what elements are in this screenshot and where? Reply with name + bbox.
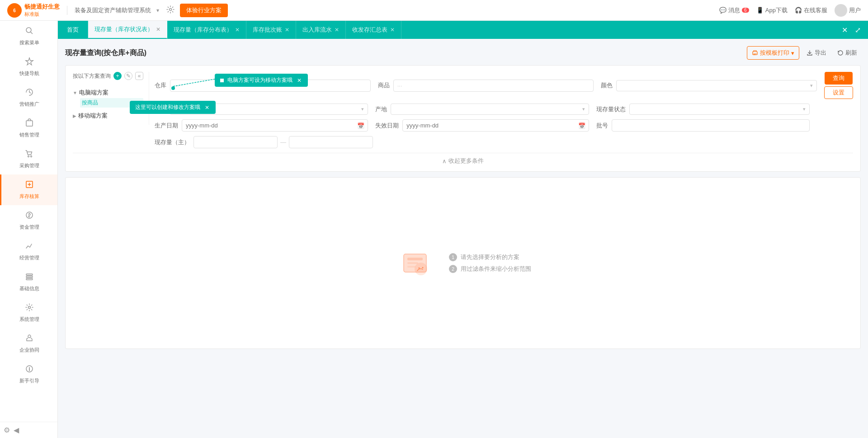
enterprise-icon: [25, 334, 34, 345]
filter-row-4: 现存量（主） —: [155, 136, 853, 148]
message-badge: 6: [742, 8, 749, 13]
user-area[interactable]: 用户: [835, 4, 861, 17]
sidebar-item-sales[interactable]: 销售管理: [0, 113, 57, 144]
tooltip-modify-text: 这里可以创建和修改方案哦: [135, 104, 200, 111]
tab-stock-inout[interactable]: 出入库流水 ✕: [296, 21, 346, 39]
system-dropdown-btn[interactable]: ▾: [155, 5, 161, 15]
goods-input[interactable]: ···: [393, 80, 594, 92]
search-btn[interactable]: 查询: [825, 72, 853, 85]
production-date-input-wrap: 📅: [182, 119, 368, 132]
sidebar-item-system[interactable]: 系统管理: [0, 297, 57, 328]
page-title: 现存量查询(按仓库+商品): [65, 48, 146, 58]
stock-icon: [25, 180, 34, 191]
refresh-btn[interactable]: 刷新: [834, 47, 861, 59]
tooltip-modify: 这里可以创建和修改方案哦 ✕: [130, 101, 216, 114]
expiry-date-icon[interactable]: 📅: [578, 122, 585, 129]
collapse-more-btn[interactable]: ∧ 收起更多条件: [73, 153, 853, 165]
top-bar-right: 💬 消息 6 📱 App下载 🎧 在线客服 用户: [719, 4, 861, 17]
filter-production-date: 生产日期 📅: [155, 119, 368, 132]
scheme-desktop-arrow: ▼: [73, 90, 77, 95]
tab-close-stock-batch[interactable]: ✕: [285, 27, 289, 33]
expiry-date-label: 失效日期: [375, 122, 399, 130]
sidebar-item-label: 快捷导航: [19, 70, 39, 77]
sidebar-item-marketing[interactable]: 营销推广: [0, 82, 57, 113]
message-btn[interactable]: 💬 消息 6: [719, 6, 749, 14]
sidebar-item-search[interactable]: 搜索菜单: [0, 21, 57, 52]
origin-select[interactable]: ▾: [391, 104, 589, 115]
sidebar-item-finance[interactable]: 资金管理: [0, 205, 57, 236]
online-support-btn[interactable]: 🎧 在线客服: [795, 6, 827, 14]
sidebar-item-guide[interactable]: 新手引导: [0, 359, 57, 390]
close-all-tabs-btn[interactable]: ✕: [840, 24, 849, 36]
tab-bar-end: ✕ ⤢: [840, 24, 868, 36]
sidebar-item-stock[interactable]: 库存核算: [0, 174, 57, 205]
scheme-desktop[interactable]: ▼ 电脑端方案: [73, 87, 143, 98]
svg-rect-10: [26, 276, 33, 278]
origin-label: 产地: [375, 105, 387, 113]
tip-text-1: 请先选择要分析的方案: [461, 253, 519, 261]
sidebar-item-quick[interactable]: 快捷导航: [0, 52, 57, 82]
stock-main-max[interactable]: [289, 136, 373, 148]
sidebar-settings-btn[interactable]: ⚙: [4, 426, 10, 434]
tooltip-template-text: 电脑方案可设为移动方案哦: [227, 76, 292, 84]
filter-label: 按以下方案查询: [73, 72, 111, 80]
svg-point-22: [419, 268, 420, 269]
quick-icon: [25, 57, 34, 68]
empty-tip-1: 1 请先选择要分析的方案: [449, 253, 531, 261]
tab-stock-status[interactable]: 现存量（库存状况表） ✕: [88, 21, 167, 39]
reset-btn[interactable]: 设置: [824, 86, 853, 99]
scheme-mobile-label: 移动端方案: [78, 112, 108, 120]
maximize-btn[interactable]: ⤢: [853, 24, 863, 36]
color-select[interactable]: ▾: [616, 80, 817, 91]
svg-point-2: [170, 8, 172, 10]
filter-color: 颜色 ▾: [601, 80, 817, 91]
settings-btn[interactable]: [165, 4, 176, 17]
tooltip-modify-close[interactable]: ✕: [204, 104, 210, 111]
main-layout: 搜索菜单 快捷导航 营销推广 销售管理: [0, 21, 868, 438]
template-print-btn[interactable]: 按模板打印 ▾: [747, 46, 799, 60]
back-scheme-btn[interactable]: «: [135, 72, 143, 80]
warehouse-label: 仓库: [155, 81, 166, 89]
stock-status-select[interactable]: ▾: [629, 104, 810, 115]
tooltip-template-close[interactable]: ✕: [296, 77, 302, 84]
tab-home[interactable]: 首页: [58, 21, 88, 39]
batch-no-input[interactable]: [612, 119, 810, 132]
user-label: 用户: [849, 6, 861, 14]
production-date-label: 生产日期: [155, 122, 178, 130]
tab-close-stock-dist[interactable]: ✕: [235, 27, 240, 33]
sidebar-item-basic[interactable]: 基础信息: [0, 267, 57, 297]
top-bar-left: 6 畅捷通好生意 标准版 装备及固定资产辅助管理系统 ▾ 体验行业方案: [7, 3, 228, 18]
export-btn[interactable]: 导出: [803, 47, 830, 59]
tab-close-stock-summary[interactable]: ✕: [390, 27, 395, 33]
production-date-input[interactable]: [182, 119, 368, 132]
tab-stock-batch[interactable]: 库存批次账 ✕: [246, 21, 296, 39]
empty-state: 1 请先选择要分析的方案 2 用过滤条件来缩小分析范围: [65, 177, 861, 349]
trial-btn[interactable]: 体验行业方案: [180, 4, 228, 17]
svg-rect-9: [26, 274, 33, 275]
filter-row-3: 生产日期 📅 失效日期: [155, 119, 853, 132]
sidebar-collapse-btn[interactable]: ◀: [14, 426, 19, 434]
scheme-desktop-label: 电脑端方案: [79, 89, 108, 97]
production-date-icon[interactable]: 📅: [357, 122, 364, 129]
sidebar-item-purchase[interactable]: 采购管理: [0, 144, 57, 174]
sidebar-item-operation[interactable]: 经营管理: [0, 236, 57, 267]
app-container: 6 畅捷通好生意 标准版 装备及固定资产辅助管理系统 ▾ 体验行业方案 💬 消息…: [0, 0, 868, 438]
scheme-panel: 按以下方案查询 + ✎ « ▼ 电脑端方案: [73, 72, 149, 125]
tab-stock-summary[interactable]: 收发存汇总表 ✕: [346, 21, 401, 39]
tab-bar: 首页 现存量（库存状况表） ✕ 现存量（库存分布表） ✕ 库存批次账 ✕ 出入库…: [58, 21, 868, 39]
sidebar-item-label: 新手引导: [19, 377, 39, 384]
edit-scheme-btn[interactable]: ✎: [124, 72, 132, 80]
filter-stock-main: 现存量（主） —: [155, 136, 373, 148]
tab-close-stock-status[interactable]: ✕: [156, 26, 160, 33]
expiry-date-input[interactable]: [402, 119, 589, 132]
svg-point-12: [28, 306, 31, 309]
sidebar-item-label: 系统管理: [19, 316, 39, 323]
operation-icon: [25, 241, 34, 253]
stock-main-min[interactable]: [193, 136, 278, 148]
app-download-btn[interactable]: 📱 App下载: [756, 6, 788, 14]
tab-close-stock-inout[interactable]: ✕: [335, 27, 339, 33]
sidebar-item-enterprise[interactable]: 企业协同: [0, 328, 57, 359]
sidebar-item-label: 经营管理: [19, 254, 39, 261]
add-scheme-btn[interactable]: +: [113, 72, 122, 80]
tab-stock-dist[interactable]: 现存量（库存分布表） ✕: [167, 21, 246, 39]
